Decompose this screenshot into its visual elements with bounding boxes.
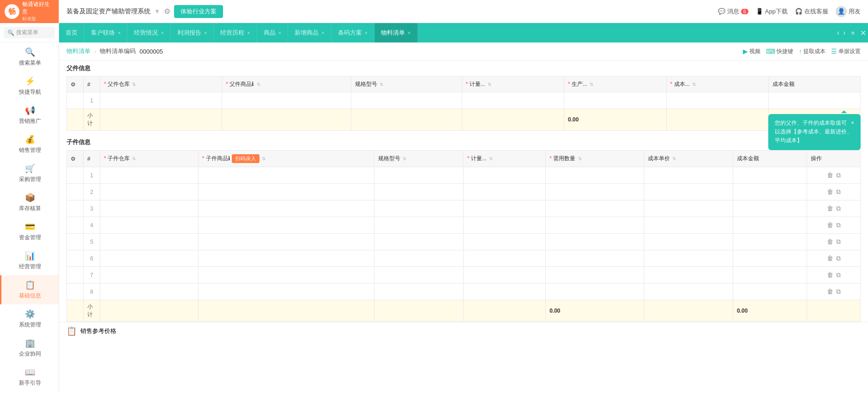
toolbar-single-setting[interactable]: ☰ 单据设置 [831,48,861,55]
child-row-2-unit[interactable] [463,184,545,200]
child-row-1-warehouse[interactable] [100,167,199,184]
sidebar-item-inventory[interactable]: 📦库存核算 [0,188,59,217]
nav-tab-close-customer[interactable]: × [118,30,121,36]
child-row-3-unit[interactable] [463,200,545,217]
child-row-2-warehouse[interactable] [100,184,199,200]
parent-row-1-produce[interactable] [564,92,666,109]
copy-icon-6[interactable]: ⧉ [836,254,841,262]
parent-row-1-unit[interactable] [462,92,564,109]
child-row-7-warehouse[interactable] [100,267,199,284]
sidebar-item-purchase[interactable]: 🛒采购管理 [0,159,59,188]
nav-tab-profit-report[interactable]: 利润报告 × [171,23,214,42]
nav-tab-close-bom[interactable]: × [408,30,410,36]
sidebar-item-guide[interactable]: 📖新手引导 [0,363,59,392]
delete-icon-1[interactable]: 🗑 [827,171,833,179]
nav-tab-goods[interactable]: 商品 × [257,23,288,42]
child-row-6-unit-price[interactable] [644,250,733,267]
delete-icon-3[interactable]: 🗑 [827,205,833,212]
sidebar-item-operation[interactable]: 📊经营管理 [0,246,59,275]
child-row-4-goods[interactable] [198,217,374,234]
child-row-5-qty[interactable] [546,234,644,250]
scan-button[interactable]: 扫码录入 [232,154,259,163]
sidebar-item-sales[interactable]: 💰销售管理 [0,130,59,159]
child-row-4-warehouse[interactable] [100,217,199,234]
child-row-8-spec[interactable] [374,284,463,300]
parent-row-1-spec[interactable] [351,92,462,109]
child-row-2-qty[interactable] [546,184,644,200]
child-row-7-qty[interactable] [546,267,644,284]
child-row-4-unit-price[interactable] [644,217,733,234]
child-row-1-goods[interactable] [198,167,374,184]
online-service-item[interactable]: 🎧 在线客服 [795,7,828,16]
delete-icon-8[interactable]: 🗑 [827,288,833,296]
child-row-2-goods[interactable] [198,184,374,200]
message-item[interactable]: 💬 消息 6 [718,7,748,16]
child-row-3-spec[interactable] [374,200,463,217]
nav-tab-close-barcode[interactable]: × [365,30,368,36]
child-row-5-unit[interactable] [463,234,545,250]
child-row-4-unit[interactable] [463,217,545,234]
copy-icon-5[interactable]: ⧉ [836,238,841,246]
copy-icon-4[interactable]: ⧉ [836,221,841,229]
nav-tab-close-goods[interactable]: × [278,30,281,36]
child-row-6-unit[interactable] [463,250,545,267]
nav-next-arrow[interactable]: › [841,29,847,37]
child-row-8-unit[interactable] [463,284,545,300]
child-row-5-goods[interactable] [198,234,374,250]
user-item[interactable]: 👤 用友 [836,6,861,17]
child-row-1-qty[interactable] [546,167,644,184]
child-row-6-warehouse[interactable] [100,250,199,267]
child-row-2-unit-price[interactable] [644,184,733,200]
nav-tab-barcode[interactable]: 条码方案 × [332,23,374,42]
child-row-3-unit-price[interactable] [644,200,733,217]
child-row-8-warehouse[interactable] [100,284,199,300]
child-row-5-spec[interactable] [374,234,463,250]
nav-tab-home[interactable]: 首页 [59,23,84,42]
sidebar-item-enterprise[interactable]: 🏢企业协同 [0,333,59,363]
sidebar-search[interactable]: 🔍 搜索菜单 [0,23,59,42]
parent-row-1-goods[interactable] [222,92,351,109]
delete-icon-4[interactable]: 🗑 [827,221,833,229]
toolbar-extract-cost[interactable]: ↑ 提取成本 [799,48,826,55]
gear-icon[interactable]: ⚙ [164,7,170,16]
copy-icon-1[interactable]: ⧉ [836,171,841,179]
copy-icon-7[interactable]: ⧉ [836,271,841,279]
child-row-3-warehouse[interactable] [100,200,199,217]
app-download-item[interactable]: 📱 App下载 [756,7,788,16]
nav-tab-operation-status[interactable]: 经营情况 × [127,23,170,42]
child-row-1-unit-price[interactable] [644,167,733,184]
nav-tab-close-profit-report[interactable]: × [204,30,207,36]
delete-icon-5[interactable]: 🗑 [827,238,833,246]
copy-icon-8[interactable]: ⧉ [836,288,841,296]
parent-row-1-cost[interactable] [666,92,768,109]
sidebar-item-system[interactable]: ⚙️系统管理 [0,304,59,333]
breadcrumb-parent[interactable]: 物料清单 [66,47,90,55]
child-row-2-spec[interactable] [374,184,463,200]
child-row-4-spec[interactable] [374,217,463,234]
child-row-7-spec[interactable] [374,267,463,284]
sidebar-item-finance[interactable]: 💳资金管理 [0,217,59,246]
nav-prev-arrow[interactable]: ‹ [835,29,841,37]
sidebar-item-basic-info[interactable]: 📋基础信息 [0,275,59,304]
child-row-1-spec[interactable] [374,167,463,184]
child-row-4-qty[interactable] [546,217,644,234]
child-row-1-unit[interactable] [463,167,545,184]
delete-icon-6[interactable]: 🗑 [827,254,833,262]
nav-tab-operation-history[interactable]: 经营历程 × [214,23,257,42]
child-row-7-goods[interactable] [198,267,374,284]
delete-icon-2[interactable]: 🗑 [827,188,833,196]
copy-icon-2[interactable]: ⧉ [836,188,841,196]
nav-tab-close-add-goods[interactable]: × [321,30,324,36]
child-row-6-qty[interactable] [546,250,644,267]
nav-tab-bom[interactable]: 物料清单 × [374,23,417,42]
child-row-3-goods[interactable] [198,200,374,217]
tooltip-close-button[interactable]: × [851,119,854,127]
nav-tab-close-operation-status[interactable]: × [161,30,163,36]
child-row-5-warehouse[interactable] [100,234,199,250]
delete-icon-7[interactable]: 🗑 [827,271,833,279]
child-row-6-spec[interactable] [374,250,463,267]
copy-icon-3[interactable]: ⧉ [836,205,841,212]
sidebar-item-search[interactable]: 🔍搜索菜单 [0,42,59,72]
child-row-6-goods[interactable] [198,250,374,267]
child-row-8-qty[interactable] [546,284,644,300]
